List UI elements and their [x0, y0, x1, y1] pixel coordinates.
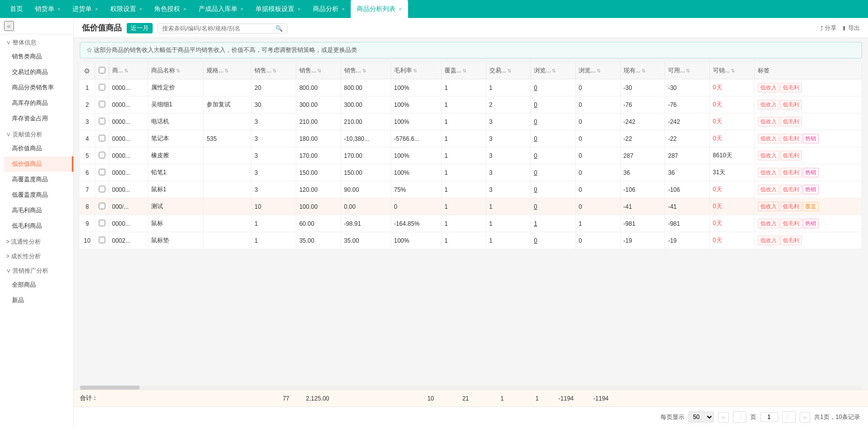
row-checkbox[interactable] [95, 215, 109, 232]
row-checkbox[interactable] [95, 79, 109, 96]
row-name[interactable]: 鼠标1 [148, 181, 204, 198]
view-link[interactable]: 0 [534, 101, 537, 108]
col-checkbox[interactable] [95, 62, 109, 79]
sidebar-group-contribution[interactable]: ∨ 贡献值分析 [0, 126, 73, 141]
view-link[interactable]: 0 [534, 237, 537, 244]
col-view1[interactable]: 浏览...⇅ [531, 62, 576, 79]
filter-tag-btn[interactable]: 近一月 [127, 23, 153, 33]
row-name[interactable]: 橡皮擦 [148, 147, 204, 164]
nav-close-analysis-list[interactable]: × [399, 6, 402, 12]
row-select-checkbox[interactable] [99, 237, 105, 243]
row-select-checkbox[interactable] [99, 84, 105, 90]
gear-icon[interactable]: ⚙ [84, 67, 90, 75]
row-checkbox[interactable] [95, 198, 109, 215]
col-sales1[interactable]: 销售...⇅ [251, 62, 296, 79]
sidebar-item-stock-capital[interactable]: 库存资金占用 [4, 111, 73, 126]
row-q7[interactable]: 0 [531, 113, 576, 130]
row-select-checkbox[interactable] [99, 203, 105, 209]
row-select-checkbox[interactable] [99, 186, 105, 192]
nav-close-template[interactable]: × [297, 6, 300, 12]
sidebar-collapse-btn[interactable]: « [4, 21, 14, 31]
view-link[interactable]: 0 [534, 203, 537, 210]
row-q7[interactable]: 0 [531, 198, 576, 215]
row-select-checkbox[interactable] [99, 220, 105, 226]
row-name[interactable]: 电话机 [148, 113, 204, 130]
scrollbar-thumb[interactable] [80, 386, 140, 390]
horizontal-scrollbar[interactable] [80, 386, 862, 390]
row-name[interactable]: 笔记本 [148, 130, 204, 147]
sidebar-item-sales-products[interactable]: 销售类商品 [4, 49, 73, 64]
row-name[interactable]: 测试 [148, 198, 204, 215]
row-select-checkbox[interactable] [99, 152, 105, 158]
row-select-checkbox[interactable] [99, 135, 105, 141]
row-checkbox[interactable] [95, 147, 109, 164]
sidebar-item-low-profit[interactable]: 低毛利商品 [4, 218, 73, 234]
row-q7[interactable]: 0 [531, 96, 576, 113]
page-last-btn[interactable]: » [800, 412, 810, 423]
sidebar-group-overall[interactable]: ∨ 整体信息 [0, 34, 73, 49]
row-checkbox[interactable] [95, 232, 109, 249]
share-btn[interactable]: ⤴ 分享 [820, 24, 837, 32]
col-settings[interactable]: ⚙ [80, 62, 95, 79]
sidebar-item-high-stock[interactable]: 高库存的商品 [4, 95, 73, 111]
row-q7[interactable]: 0 [531, 181, 576, 198]
col-margin[interactable]: 毛利率⇅ [391, 62, 441, 79]
row-name[interactable]: 属性定价 [148, 79, 204, 96]
sidebar-item-new-products[interactable]: 新品 [4, 293, 73, 308]
nav-close-permissions[interactable]: × [139, 6, 142, 12]
sidebar-item-category-rate[interactable]: 商品分类销售率 [4, 80, 73, 95]
row-q7[interactable]: 1 [531, 215, 576, 232]
col-trade[interactable]: 交易...⇅ [486, 62, 531, 79]
view-link[interactable]: 0 [534, 186, 537, 193]
col-name[interactable]: 商品名称⇅ [148, 62, 204, 79]
sidebar-group-flow[interactable]: > 流通性分析 [0, 234, 73, 248]
row-checkbox[interactable] [95, 164, 109, 181]
sidebar-item-high-value[interactable]: 高价值商品 [4, 141, 73, 156]
view-link[interactable]: 0 [534, 135, 537, 142]
row-q7[interactable]: 0 [531, 164, 576, 181]
col-sales3[interactable]: 销售...⇅ [341, 62, 391, 79]
view-link[interactable]: 1 [534, 220, 537, 227]
page-prev-btn[interactable]: 〈 [733, 411, 746, 423]
sidebar-item-traded[interactable]: 交易过的商品 [4, 64, 73, 80]
col-spec[interactable]: 规格...⇅ [204, 62, 251, 79]
select-all-checkbox[interactable] [99, 67, 105, 73]
export-btn[interactable]: ⬆ 导出 [842, 24, 860, 32]
col-code[interactable]: 商...⇅ [109, 62, 148, 79]
col-coverage[interactable]: 覆盖...⇅ [441, 62, 486, 79]
row-checkbox[interactable] [95, 181, 109, 198]
search-icon[interactable]: 🔍 [275, 25, 283, 32]
nav-home[interactable]: 首页 [4, 0, 29, 18]
nav-close-sales[interactable]: × [57, 6, 60, 12]
col-view2[interactable]: 浏览...⇅ [575, 62, 620, 79]
nav-close-purchase[interactable]: × [95, 6, 98, 12]
nav-sales[interactable]: 销货单× [29, 0, 66, 18]
page-input[interactable] [760, 412, 778, 422]
nav-close-product-analysis[interactable]: × [342, 6, 345, 12]
search-input[interactable] [162, 25, 273, 32]
row-name[interactable]: 鼠标垫 [148, 232, 204, 249]
row-checkbox[interactable] [95, 96, 109, 113]
sidebar-item-low-coverage[interactable]: 低覆盖度商品 [4, 187, 73, 203]
nav-warehouse[interactable]: 产成品入库单× [193, 0, 249, 18]
sidebar-item-all-products[interactable]: 全部商品 [4, 277, 73, 293]
col-available[interactable]: 可用...⇅ [665, 62, 710, 79]
row-select-checkbox[interactable] [99, 118, 105, 124]
row-checkbox[interactable] [95, 113, 109, 130]
sidebar-item-high-profit[interactable]: 高毛利商品 [4, 203, 73, 218]
sidebar-group-growth[interactable]: > 成长性分析 [0, 248, 73, 263]
nav-purchase[interactable]: 进货单× [66, 0, 104, 18]
row-select-checkbox[interactable] [99, 169, 105, 175]
nav-close-roles[interactable]: × [183, 6, 186, 12]
sidebar-item-low-value[interactable]: 低价值商品 [4, 156, 73, 172]
page-next-btn[interactable]: 〉 [782, 411, 796, 423]
page-size-select[interactable]: 50 100 200 [688, 412, 714, 423]
row-name[interactable]: 吴细细1 [148, 96, 204, 113]
row-q7[interactable]: 0 [531, 79, 576, 96]
row-q7[interactable]: 0 [531, 130, 576, 147]
row-name[interactable]: 鼠标 [148, 215, 204, 232]
page-first-btn[interactable]: « [718, 412, 728, 423]
view-link[interactable]: 0 [534, 152, 537, 159]
row-q7[interactable]: 0 [531, 232, 576, 249]
row-q7[interactable]: 0 [531, 147, 576, 164]
